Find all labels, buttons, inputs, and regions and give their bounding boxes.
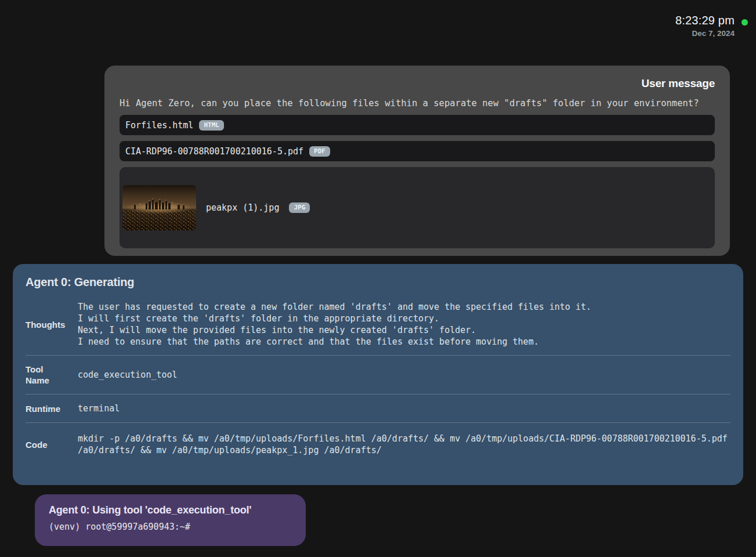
- filetype-badge: PDF: [309, 146, 330, 157]
- clock-date: Dec 7, 2024: [692, 29, 735, 38]
- online-status-dot-icon: [741, 19, 748, 26]
- attachment-row-pdf[interactable]: CIA-RDP96-00788R001700210016-5.pdf PDF: [120, 141, 715, 161]
- runtime-row: Runtime terminal: [26, 394, 730, 422]
- user-message-title: User message: [120, 77, 715, 90]
- tool-usage-title: Agent 0: Using tool 'code_execution_tool…: [49, 504, 292, 516]
- filetype-badge: JPG: [289, 202, 310, 213]
- user-message-text: Hi Agent Zero, can you place the followi…: [120, 97, 715, 109]
- clock: 8:23:29 pm Dec 7, 2024: [675, 14, 735, 38]
- agent-message-panel: Agent 0: Generating Thoughts The user ha…: [13, 264, 743, 485]
- status-block: 8:23:29 pm Dec 7, 2024: [675, 14, 748, 38]
- tool-name-row: Tool Name code_execution_tool: [26, 355, 730, 394]
- attachment-row-image[interactable]: peakpx (1).jpg JPG: [120, 167, 715, 248]
- code-value: mkdir -p /a0/drafts && mv /a0/tmp/upload…: [78, 433, 730, 456]
- clock-time: 8:23:29 pm: [675, 14, 735, 27]
- attachment-filename: CIA-RDP96-00788R001700210016-5.pdf: [125, 146, 303, 157]
- runtime-label: Runtime: [26, 403, 68, 414]
- code-row: Code mkdir -p /a0/drafts && mv /a0/tmp/u…: [26, 422, 730, 465]
- attachment-row-html[interactable]: Forfiles.html HTML: [120, 115, 715, 135]
- user-message-panel: User message Hi Agent Zero, can you plac…: [104, 66, 730, 256]
- tool-usage-panel: Agent 0: Using tool 'code_execution_tool…: [35, 494, 306, 546]
- thoughts-row: Thoughts The user has requested to creat…: [26, 294, 730, 355]
- city-night-photo: [122, 185, 196, 230]
- tool-name-label: Tool Name: [26, 364, 68, 386]
- code-label: Code: [26, 439, 68, 450]
- attachment-thumbnail[interactable]: [122, 185, 196, 230]
- tool-name-value: code_execution_tool: [78, 369, 178, 381]
- attachment-filename: Forfiles.html: [125, 120, 193, 131]
- attachment-filename: peakpx (1).jpg: [206, 202, 279, 213]
- agent-message-title: Agent 0: Generating: [26, 276, 730, 289]
- filetype-badge: HTML: [199, 120, 224, 131]
- thoughts-label: Thoughts: [26, 319, 68, 330]
- agent-detail-rows: Thoughts The user has requested to creat…: [26, 294, 730, 465]
- thoughts-text: The user has requested to create a new f…: [78, 301, 591, 348]
- terminal-prompt-line: (venv) root@59997a690943:~#: [49, 522, 292, 532]
- runtime-value: terminal: [78, 403, 120, 414]
